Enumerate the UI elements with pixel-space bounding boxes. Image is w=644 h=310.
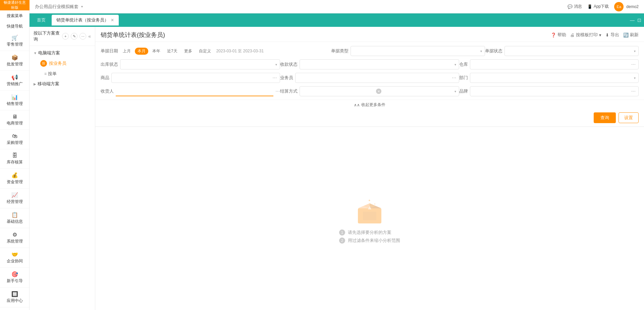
more-scheme-btn[interactable]: ··· (79, 33, 86, 40)
wholesale-icon: 📦 (0, 54, 29, 61)
export-btn[interactable]: ⬇ 导出 (605, 32, 619, 38)
date-tab-this-month[interactable]: 本月 (135, 48, 148, 55)
message-btn[interactable]: 💬 消息 (568, 4, 582, 9)
consignee-col: 收货人 ··· (101, 86, 280, 96)
salesperson-select[interactable]: ··· (295, 73, 460, 83)
sidebar-item-marketing[interactable]: 📢 营销推广 (0, 71, 29, 91)
sidebar-quick-nav[interactable]: 快捷导航 (0, 21, 29, 31)
goods-dots: ··· (272, 75, 277, 81)
chevron-up-icon: ∧∧ (354, 103, 360, 107)
collapse-filter-row[interactable]: ∧∧ 收起更多条件 (95, 100, 644, 110)
print-dropdown-icon: ▾ (599, 33, 601, 38)
sidebar-item-wholesale[interactable]: 📦 批发管理 (0, 51, 29, 71)
date-tab-7days[interactable]: 近7天 (164, 48, 180, 55)
sidebar-item-finance[interactable]: 💰 资金管理 (0, 169, 29, 189)
app-center-icon: 🔲 (0, 291, 29, 297)
brand-col: 品牌 ··· (459, 86, 639, 96)
workspace-dropdown-icon[interactable]: ▾ (81, 5, 83, 8)
help-icon: ❓ (551, 33, 556, 38)
sidebar-item-ecommerce[interactable]: 🖥 电商管理 (0, 110, 29, 130)
page-actions: ❓ 帮助 🖨 按模板打印 ▾ ⬇ 导出 🔄 刷新 (551, 32, 639, 38)
tree-mobile-parent[interactable]: ▶ 移动端方案 (30, 79, 95, 89)
sidebar-item-wechat[interactable]: 💬 企业微信 (0, 307, 29, 310)
download-icon: 📱 (587, 4, 592, 9)
sidebar-item-operations[interactable]: 📈 经营管理 (0, 189, 29, 208)
tree-desktop-parent[interactable]: ▼ 电脑端方案 (30, 48, 95, 58)
warehouse-label: 仓库 (459, 61, 468, 67)
message-icon: 💬 (568, 4, 573, 9)
filter-row-4: 收货人 ··· 结算方式 ✕ ▾ (101, 86, 639, 96)
sidebar-item-inventory[interactable]: 🗄 库存核算 (0, 149, 29, 169)
brand-select[interactable]: ··· (470, 86, 639, 96)
sidebar-item-app-center[interactable]: 🔲 应用中心 (0, 288, 29, 307)
tab-close-icon[interactable]: ✕ (111, 18, 114, 22)
settings-button[interactable]: 设置 (619, 112, 639, 123)
salesperson-col: 业务员 ··· (280, 73, 460, 83)
help-btn[interactable]: ❓ 帮助 (551, 32, 566, 38)
purchase-icon: 🛍 (0, 133, 29, 139)
edit-scheme-btn[interactable]: ✎ (71, 33, 77, 40)
out-status-select[interactable]: ▾ (120, 59, 280, 69)
tree-arrow-icon: ▼ (34, 51, 37, 55)
date-tab-more[interactable]: 更多 (181, 48, 195, 55)
user-profile-btn[interactable]: Ea demo2 (614, 2, 639, 11)
tree-mobile-label: 移动端方案 (38, 81, 59, 87)
dept-select[interactable]: ▾ (470, 73, 639, 83)
sidebar-item-purchase[interactable]: 🛍 采购管理 (0, 130, 29, 149)
workspace-title: 办公用品行业模拟账套 (35, 4, 78, 10)
right-content: 销货单统计表(按业务员) ❓ 帮助 🖨 按模板打印 ▾ ⬇ 导出 (95, 27, 644, 310)
sidebar-search[interactable]: 搜索菜单 (0, 10, 29, 21)
doc-type-col: 单据类型 ▾ (331, 46, 485, 56)
collapse-label: 收起更多条件 (361, 102, 385, 108)
warehouse-col: 仓库 ··· (459, 59, 639, 69)
add-scheme-btn[interactable]: + (62, 33, 69, 40)
payment-status-select[interactable]: ▾ (300, 59, 460, 69)
app-download-btn[interactable]: 📱 App下载 (587, 4, 609, 9)
out-status-col: 出库状态 ▾ (101, 59, 280, 69)
collapse-panel-btn[interactable]: « (88, 34, 91, 39)
dept-arrow: ▾ (634, 76, 636, 80)
window-maximize[interactable]: ⊡ (637, 17, 641, 23)
sidebar-item-guide[interactable]: 🎯 新手引导 (0, 268, 29, 288)
window-minimize[interactable]: — (630, 17, 635, 23)
settlement-clear-btn[interactable]: ✕ (376, 89, 381, 94)
date-tab-custom[interactable]: 自定义 (196, 48, 214, 55)
sidebar-item-retail[interactable]: 🛒 零售管理 (0, 31, 29, 51)
tab-sales-report[interactable]: 销货单统计表（按业务员） ✕ (52, 15, 119, 25)
goods-select[interactable]: ··· (111, 73, 280, 83)
query-button[interactable]: 查询 (594, 112, 616, 123)
user-avatar: Ea (614, 2, 624, 11)
settlement-select[interactable]: ✕ ▾ (300, 86, 460, 96)
left-panel-title: 按以下方案查询 (34, 30, 62, 42)
tree-sub-order[interactable]: ≡ 按单 (30, 69, 95, 79)
tree-sub-order-label: 按单 (48, 71, 57, 77)
tree-desktop-label: 电脑端方案 (38, 50, 60, 56)
date-tab-this-year[interactable]: 本年 (150, 48, 163, 55)
tab-bar: 首页 销货单统计表（按业务员） ✕ — ⊡ (30, 13, 644, 27)
page-title: 销货单统计表(按业务员) (101, 31, 165, 39)
sidebar-item-enterprise[interactable]: 🤝 企业协同 (0, 248, 29, 268)
date-tab-last-month[interactable]: 上月 (120, 48, 133, 55)
empty-hints: 1 请先选择要分析的方案 2 用过滤条件来缩小分析范围 (339, 229, 400, 244)
warehouse-select[interactable]: ··· (470, 59, 639, 69)
date-label: 单据日期 (101, 48, 118, 54)
print-btn[interactable]: 🖨 按模板打印 ▾ (570, 32, 601, 38)
dept-col: 部门 ▾ (459, 73, 639, 83)
left-panel-header: 按以下方案查询 + ✎ ··· « (30, 27, 95, 46)
sidebar-item-sales[interactable]: 📊 销售管理 (0, 91, 29, 110)
logo-text: 畅捷通好生意 (4, 0, 26, 5)
sidebar-item-basic-info[interactable]: 📋 基础信息 (0, 208, 29, 228)
payment-status-col: 收款状态 ▾ (280, 59, 460, 69)
doc-status-arrow: ▾ (634, 49, 636, 53)
consignee-input[interactable] (116, 86, 273, 96)
empty-hint-2: 2 用过滤条件来缩小分析范围 (339, 238, 400, 244)
tree-child-salesperson[interactable]: 按 按业务员 (30, 58, 95, 69)
tab-home[interactable]: 首页 (32, 15, 50, 25)
doc-status-select[interactable]: ▾ (504, 46, 639, 56)
sidebar-item-system[interactable]: ⚙ 系统管理 (0, 228, 29, 248)
ecommerce-icon: 🖥 (0, 114, 29, 120)
salesperson-dots: ··· (452, 75, 456, 81)
doc-type-select[interactable]: ▾ (351, 46, 485, 56)
brand-label: 品牌 (459, 88, 468, 94)
refresh-btn[interactable]: 🔄 刷新 (623, 32, 639, 38)
